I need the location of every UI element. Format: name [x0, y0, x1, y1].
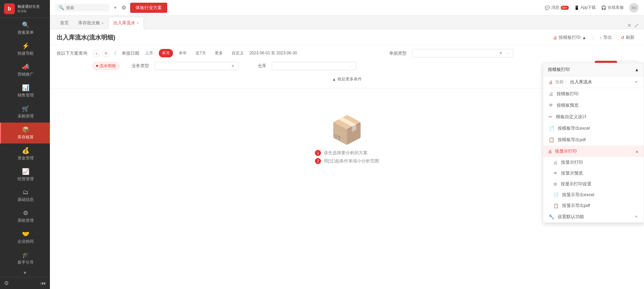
display-section-icon: 🖨: [548, 149, 552, 154]
sidebar-item-system[interactable]: ⚙ 系统管理: [0, 206, 50, 227]
step-1-text: 请先选择要分析的方案: [324, 150, 368, 156]
tab-home[interactable]: 首页: [55, 17, 74, 29]
dropdown-display-excel[interactable]: 📄 按显示导出excel: [543, 189, 644, 200]
search-arrow[interactable]: ▼: [113, 5, 117, 10]
date-btn-7days[interactable]: 近7天: [193, 49, 209, 57]
current-icon: 🖨: [549, 80, 553, 85]
sidebar-item-inventory[interactable]: 📦 库存核算: [0, 123, 50, 143]
dropdown-template-preview[interactable]: 👁 按模板预览: [543, 100, 644, 111]
current-value: 出入库流水: [570, 79, 592, 85]
app-download-btn[interactable]: 📱 App下载: [574, 5, 596, 10]
filter-actions: + ⚙ 《: [93, 50, 116, 57]
sidebar-item-label-inventory: 库存核算: [18, 134, 34, 140]
sidebar-nav: 🔍 搜索菜单 ⚡ 快捷导航 📣 营销推广 📊 销售管理 🛒 采购管理 📦 库存核…: [0, 18, 50, 269]
refresh-btn[interactable]: ↺ 刷新: [618, 33, 637, 42]
sidebar: b 畅捷通好生意 标准版 🔍 搜索菜单 ⚡ 快捷导航 📣 营销推广 📊 销售管理…: [0, 0, 50, 289]
export-label: 导出: [603, 34, 612, 41]
collapse-icon[interactable]: ⏮: [40, 280, 46, 286]
voucher-more-icon[interactable]: ···: [506, 51, 509, 56]
search-box[interactable]: 🔍: [55, 4, 109, 11]
tab-flow-close[interactable]: ×: [137, 21, 139, 25]
user-avatar[interactable]: Rit: [629, 3, 639, 12]
online-service-label: 在线客服: [608, 5, 624, 10]
dropdown-template-excel[interactable]: 📄 按模板导出excel: [543, 123, 644, 134]
tab-home-label: 首页: [60, 20, 69, 26]
sidebar-item-quick-nav[interactable]: ⚡ 快捷导航: [0, 39, 50, 60]
date-btn-current-month[interactable]: 本月: [159, 49, 173, 57]
date-btn-prev-month[interactable]: 上月: [142, 49, 156, 57]
warehouse-more[interactable]: ···: [349, 63, 352, 69]
settings-icon[interactable]: ⚙: [4, 280, 9, 286]
sidebar-item-sales[interactable]: 📊 销售管理: [0, 81, 50, 102]
business-type-select[interactable]: ▼: [154, 62, 239, 70]
sidebar-bottom: ⚙ ⏮: [0, 277, 50, 289]
sidebar-item-guide[interactable]: 🎓 新手引导: [0, 248, 50, 269]
voucher-type-select[interactable]: ▼ ···: [412, 49, 513, 57]
close-window-btn[interactable]: ✕: [627, 22, 632, 29]
dropdown-display-preview[interactable]: 👁 按显示预览: [543, 168, 644, 179]
message-btn[interactable]: 💬 消息 99+: [545, 5, 568, 10]
sidebar-item-label-enterprise: 企业协同: [18, 239, 34, 244]
dropdown-template-print[interactable]: 🖨 按模板打印: [543, 88, 644, 100]
filter-add-btn[interactable]: +: [93, 50, 100, 57]
sidebar-item-label-finance: 资金管理: [18, 155, 34, 161]
sidebar-item-label-system: 系统管理: [18, 218, 34, 224]
dropdown-collapse-icon[interactable]: ▲: [635, 67, 639, 72]
sidebar-item-search[interactable]: 🔍 搜索菜单: [0, 18, 50, 39]
sidebar-item-label-marketing: 营销推广: [18, 72, 34, 77]
print-btn[interactable]: 🖨 按模板打印 ▲: [550, 33, 589, 42]
filter-collapse-btn[interactable]: 《: [112, 50, 116, 56]
active-tag[interactable]: 流水明细: [92, 62, 119, 70]
tab-batch-close[interactable]: ×: [101, 21, 104, 25]
page-header: 出入库流水(流水明细) 🖨 按模板打印 ▲ | ↑ 导出 ↺ 刷新: [50, 29, 644, 45]
dropdown-default-setting[interactable]: 🔧 设置默认功能 ▼: [543, 211, 644, 222]
tpl-pdf-icon: 📋: [549, 137, 554, 142]
topbar-gear-icon[interactable]: ⚙: [121, 4, 126, 11]
sidebar-item-basic[interactable]: 🗂 基础信息: [0, 185, 50, 206]
dropdown-display-settings[interactable]: ⚙ 按显示打印设置: [543, 179, 644, 189]
search-input[interactable]: [66, 5, 93, 10]
collapse-more-btn[interactable]: ▲ 收起更多条件: [332, 76, 362, 82]
current-expand[interactable]: ▼: [634, 80, 638, 84]
sidebar-item-label-guide: 新手引导: [18, 260, 34, 265]
maximize-btn[interactable]: ⤢: [634, 22, 639, 29]
app-icon: 📱: [574, 5, 579, 10]
sidebar-item-operations[interactable]: 📈 经营管理: [0, 164, 50, 185]
date-btn-custom[interactable]: 自定义: [229, 49, 247, 57]
app-logo: b 畅捷通好生意 标准版: [0, 0, 50, 18]
dropdown-display-pdf[interactable]: 📋 按显示导出pdf: [543, 200, 644, 211]
empty-steps: 1 请先选择要分析的方案 2 用[过滤]条件来缩小分析范围: [315, 150, 379, 164]
tab-flow[interactable]: 出入库流水 ×: [108, 17, 144, 29]
dropdown-template-pdf[interactable]: 📋 按模板导出pdf: [543, 134, 644, 146]
basic-icon: 🗂: [23, 189, 29, 196]
filter-setting-btn[interactable]: ⚙: [102, 50, 110, 57]
search-icon: 🔍: [22, 21, 29, 29]
tab-batch[interactable]: 库存批次账 ×: [74, 17, 108, 29]
dropdown-display-print[interactable]: 🖨 按显示打印: [543, 157, 644, 168]
warehouse-select[interactable]: ···: [272, 62, 356, 70]
tpl-print-label: 按模板打印: [557, 91, 579, 97]
sidebar-item-finance[interactable]: 💰 资金管理: [0, 143, 50, 164]
date-filter: 单据日期 上月 本月 本年 近7天 更多 自定义 2023-06-01 至 20…: [122, 49, 370, 57]
print-icon: 🖨: [553, 35, 557, 40]
sidebar-item-purchase[interactable]: 🛒 采购管理: [0, 102, 50, 123]
default-expand: ▼: [634, 214, 638, 219]
export-btn[interactable]: ↑ 导出: [597, 33, 615, 42]
date-btn-year[interactable]: 本年: [176, 49, 190, 57]
sales-icon: 📊: [22, 84, 29, 91]
date-range: 2023-06-01 至 2023-06-30: [250, 50, 297, 56]
display-section-header[interactable]: 🖨 按显示打印 ▲: [543, 146, 644, 157]
sidebar-item-label-sales: 销售管理: [18, 93, 34, 98]
sidebar-item-label-quick-nav: 快捷导航: [18, 51, 34, 56]
industry-btn[interactable]: 体验行业方案: [130, 3, 167, 13]
print-label: 按模板打印: [559, 34, 581, 41]
message-badge: 99+: [561, 6, 568, 10]
tpl-pdf-label: 按模板导出pdf: [558, 137, 586, 143]
online-service-btn[interactable]: 🎧 在线客服: [601, 5, 624, 10]
dropdown-title: 按模板打印: [548, 67, 570, 73]
sidebar-item-enterprise[interactable]: 🤝 企业协同: [0, 227, 50, 248]
dropdown-template-custom[interactable]: ✏ 模板自定义设计: [543, 111, 644, 123]
date-btn-more[interactable]: 更多: [212, 49, 226, 57]
sidebar-item-marketing[interactable]: 📣 营销推广: [0, 60, 50, 81]
display-expand-icon[interactable]: ▲: [635, 149, 639, 154]
